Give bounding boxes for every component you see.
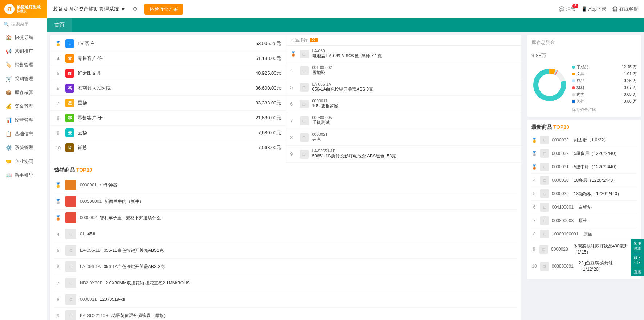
product-img-3: ▢	[300, 83, 309, 92]
new-product-img-6: ▢	[540, 203, 549, 212]
legend-dot-1	[572, 73, 575, 75]
tab-home[interactable]: 首页	[47, 18, 72, 32]
hot-products-list: 🥇 0000001中华神器 🥈 000500001新西兰牛肉（新牛） 🥉 000…	[54, 177, 517, 320]
system-title-dropdown[interactable]: 装备及固定资产辅助管理系统 ▼	[53, 6, 126, 12]
search-icon: 🔍	[4, 22, 9, 27]
hot-medal-2: 🥈	[54, 198, 62, 205]
customer-row-1: 🥇 L LS 客户 53,006.26元	[50, 36, 286, 51]
legend-item-2: 成品 0.25 万	[572, 78, 637, 83]
sidebar-item-finance[interactable]: 💰 资金管理	[0, 99, 47, 113]
new-product-img-7: ▢	[540, 216, 549, 225]
handshake-icon: 🤝	[5, 159, 12, 164]
customer-tag-2: 零	[65, 54, 74, 63]
customer-service-hotline-button[interactable]: 客服热线	[631, 239, 644, 253]
live-broadcast-button[interactable]: 直播	[631, 267, 644, 276]
settings-icon: ⚙️	[5, 145, 12, 151]
customer-tag-6: 零	[65, 114, 74, 122]
hot-img-7: ▢	[65, 278, 76, 288]
new-product-img-3: ▢	[540, 163, 549, 171]
sidebar-item-marketing[interactable]: 📢 营销推广	[0, 44, 47, 58]
message-icon: 💬	[559, 6, 564, 12]
app-download-button[interactable]: 📱 App下载	[581, 6, 606, 12]
try-industry-button[interactable]: 体验行业方案	[144, 4, 183, 15]
sidebar-item-sales[interactable]: 🏷️ 销售管理	[0, 58, 47, 72]
sidebar-item-quick-nav[interactable]: 🏠 快捷导航	[0, 30, 47, 44]
hot-img-6: ▢	[65, 261, 76, 272]
new-product-row-4: 4 ▢ 0000030 18多层（1220*2440）	[531, 174, 637, 187]
logo-icon: 好	[4, 4, 15, 14]
tag-icon: 🏷️	[5, 62, 12, 68]
legend-dot-0	[572, 66, 575, 69]
customer-row-7: 7 星 星扬 33,333.00元	[50, 96, 286, 111]
inventory-legend: 半成品 12.45 万 文具 1.01 万	[572, 64, 637, 106]
app-logo: 好 畅捷通好生意 标准版	[0, 0, 47, 18]
product-row-4: 4 ▢ 001000002 雪地靴	[286, 62, 522, 79]
sidebar-item-operations[interactable]: 📊 经营管理	[0, 113, 47, 127]
logo-text: 畅捷通好生意 标准版	[17, 5, 41, 13]
product-row-9: 9 ▢ LA-59651-1B 59651-1B旋转投影灯电池盒 ABS黑色+5…	[286, 146, 522, 163]
legend-dot-3	[572, 86, 575, 89]
hot-row-1: 🥇 0000001中华神器	[54, 177, 517, 193]
customer-tag-4: 苍	[65, 84, 74, 93]
new-product-img-2: ▢	[540, 149, 549, 158]
right-panel: 库存总资金 9.88万	[524, 32, 644, 320]
cart-icon: 🛒	[5, 76, 12, 82]
online-service-button[interactable]: 🎧 在线客服	[612, 6, 638, 12]
box-icon: 📦	[5, 90, 12, 95]
new-product-row-1: 🥇 ▢ 0000033 封边带（1.0*22）	[531, 134, 637, 147]
settings-button[interactable]: ⚙	[130, 4, 140, 14]
sidebar-nav: 🏠 快捷导航 📢 营销推广 🏷️ 销售管理 🛒 采购管理 📦 库存核算 💰 资金…	[0, 30, 47, 320]
new-product-row-3: 🥉 ▢ 0000031 5厘中纤（1220*2440）	[531, 160, 637, 174]
customer-row-10: 10 肖 肖总 7,563.00元	[50, 140, 286, 155]
new-product-img-9: ▢	[539, 245, 548, 254]
legend-item-1: 文具 1.01 万	[572, 71, 637, 77]
new-product-row-9: 9 ▢ 0000028 体碳荔枝味苏打饮品400毫升（1*15）	[531, 241, 637, 258]
customer-list: 🥇 L LS 客户 53,006.26元 4 零 零售客户·许 51,183.0…	[50, 35, 286, 156]
rank-medal-1: 🥇	[54, 40, 62, 47]
new-product-row-6: 6 ▢ 004100001 白钢垫	[531, 201, 637, 214]
product-img-7: ▢	[300, 150, 309, 159]
hot-products-section: 热销商品 TOP10 🥇 0000001中华神器 🥈 000500001新西兰牛…	[50, 163, 521, 320]
customer-tag-5: 星	[65, 99, 74, 107]
sidebar-item-basics[interactable]: 📋 基础信息	[0, 127, 47, 141]
book-icon: 📖	[5, 172, 12, 178]
sidebar: 好 畅捷通好生意 标准版 🔍 搜索菜单 🏠 快捷导航 📢 营销推广 🏷️ 销售管…	[0, 0, 47, 320]
product-list: 🥉 ▢ LA-089 电池盖 LA-089 ABS本色+黑种 7.1克 4 ▢	[286, 46, 522, 163]
new-product-img-8: ▢	[540, 230, 549, 238]
phone-icon: 📱	[581, 6, 587, 12]
hot-row-4: 4 ▢ 0145#	[54, 226, 517, 242]
customer-tag-7: 云	[65, 128, 74, 137]
new-medal-3: 🥉	[531, 164, 537, 170]
inventory-title: 库存总资金	[531, 39, 637, 46]
legend-item-4: 肉类 -0.05 万	[572, 92, 637, 97]
sidebar-item-purchase[interactable]: 🛒 采购管理	[0, 72, 47, 86]
product-row-5: 5 ▢ LA-056-1A 056-1A白色按键开关盖ABS 3克	[286, 79, 522, 96]
sidebar-item-enterprise[interactable]: 🤝 企业协同	[0, 155, 47, 168]
search-menu[interactable]: 🔍 搜索菜单	[0, 18, 47, 30]
customer-row-9: 9 云 云扬 7,680.00元	[50, 126, 286, 140]
hot-img-5: ▢	[65, 245, 76, 256]
money-icon: 💰	[5, 103, 12, 109]
product-row-6: 6 ▢ 0000017 10S 变相罗猴	[286, 96, 522, 112]
new-medal-2: 🥈	[531, 151, 537, 156]
new-products-title: 最新商品 TOP10	[531, 124, 637, 131]
sidebar-item-inventory[interactable]: 📦 库存核算	[0, 86, 47, 99]
message-button[interactable]: 💬 消息 6	[559, 6, 575, 12]
donut-chart	[531, 67, 568, 103]
sidebar-item-system[interactable]: ⚙️ 系统管理	[0, 141, 47, 155]
product-img-2: ▢	[300, 66, 309, 75]
rank-medal-3: 🥉	[290, 51, 296, 57]
donut-container: 半成品 12.45 万 文具 1.01 万	[531, 64, 637, 106]
customer-row-4: 4 零 零售客户·许 51,183.00元	[50, 51, 286, 66]
hot-row-9: 9 ▢ KK-SD22110H花语萌值温分腿裤袋（厚款）	[54, 308, 517, 320]
hot-row-2: 🥈 000500001新西兰牛肉（新牛）	[54, 193, 517, 210]
product-img-5: ▢	[300, 116, 309, 125]
content-area: 🥇 L LS 客户 53,006.26元 4 零 零售客户·许 51,183.0…	[47, 32, 644, 320]
new-product-row-5: 5 ▢ 0000029 18颗粒板（1220*2440）	[531, 187, 637, 201]
sidebar-item-guide[interactable]: 📖 新手引导	[0, 168, 47, 182]
new-product-row-2: 🥈 ▢ 0000032 5厘多层（1220*2440）	[531, 147, 637, 160]
legend-item-5: 其他 -3.86 万	[572, 99, 637, 104]
new-products-card: 最新商品 TOP10 🥇 ▢ 0000033 封边带（1.0*22） 🥈 ▢ 0…	[527, 120, 641, 279]
service-community-button[interactable]: 服务社区	[631, 253, 644, 267]
inventory-amount: 9.88万	[531, 49, 637, 60]
